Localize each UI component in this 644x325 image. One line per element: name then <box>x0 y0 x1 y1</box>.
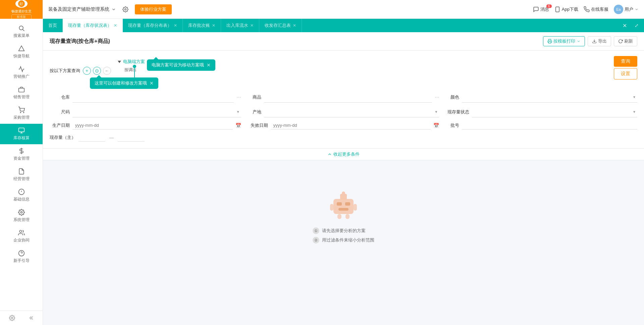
collapse-bar[interactable]: 收起更多条件 <box>43 149 644 160</box>
sidebar-logo: 好 畅捷通好生意 标准版 <box>0 0 43 19</box>
scheme-desktop-sub: 按调出 <box>118 66 145 74</box>
user-menu-btn[interactable]: Ea 用户 <box>614 5 639 14</box>
sidebar-item-guide[interactable]: 新手引导 <box>0 247 43 267</box>
settings-icon[interactable] <box>9 315 15 321</box>
prod-date-input[interactable] <box>72 121 233 129</box>
warehouse-label: 仓库 <box>50 94 70 100</box>
goods-input[interactable] <box>265 93 431 101</box>
tab-inventory-status[interactable]: 现存量（库存状况表） ✕ <box>63 19 123 32</box>
filter-row-2: 尺码 ▼ 产地 ▼ <box>50 107 637 117</box>
filter-section: 按以下方案查询 ＋ ⊙ ← 电脑端方案 按调出 <box>43 51 644 149</box>
collapse-sidebar-icon[interactable] <box>28 315 34 321</box>
sidebar-item-enterprise[interactable]: 企业协同 <box>0 226 43 247</box>
tab-batch-ledger[interactable]: 库存批次账 ✕ <box>183 19 221 32</box>
tab-home[interactable]: 首页 <box>43 19 63 32</box>
arrow-scheme-btn[interactable]: ← <box>103 67 111 75</box>
tab-inventory-distribution[interactable]: 现存量（库存分布表） ✕ <box>123 19 183 32</box>
tab-close-stock-flow[interactable]: ✕ <box>250 23 254 28</box>
prod-date-calendar-icon[interactable]: 📅 <box>235 123 241 128</box>
tab-close-batch-ledger[interactable]: ✕ <box>212 23 215 28</box>
svg-point-20 <box>125 8 126 10</box>
logo-text: 畅捷通好生意 标准版 <box>11 8 32 19</box>
scheme-popover: 电脑方案可设为移动方案哦 ✕ <box>147 59 215 71</box>
sidebar-bottom <box>0 311 43 325</box>
copy-scheme-btn[interactable]: ⊙ <box>93 67 101 75</box>
tab-close-all[interactable]: ✕ <box>620 21 629 30</box>
step-2-text: 用过滤条件来缩小分析范围 <box>322 237 374 243</box>
sidebar-item-search[interactable]: 搜索菜单 <box>0 21 43 42</box>
filter-stock-main: 现存量（主） — <box>50 133 241 142</box>
online-support-btn[interactable]: 在线客服 <box>584 6 608 12</box>
add-scheme-btn[interactable]: ＋ <box>83 67 91 75</box>
search-btn-area: 查询 设置 <box>614 56 637 79</box>
color-select[interactable] <box>463 93 636 101</box>
svg-line-3 <box>22 30 24 31</box>
stock-status-select[interactable] <box>473 108 636 116</box>
sidebar-item-marketing[interactable]: 营销推广 <box>0 62 43 83</box>
tab-fullscreen[interactable]: ⤢ <box>632 21 641 30</box>
sidebar-item-inventory[interactable]: 库存核算 <box>0 124 43 144</box>
logo-icon: 好 <box>15 0 28 8</box>
sidebar-item-sales[interactable]: 销售管理 <box>0 83 43 103</box>
tab-summary[interactable]: 收发存汇总表 ✕ <box>259 19 302 32</box>
scheme-desktop[interactable]: 电脑端方案 <box>118 57 145 66</box>
tab-close-inventory-distribution[interactable]: ✕ <box>174 23 177 28</box>
batch-input[interactable] <box>462 121 637 129</box>
app-download-btn[interactable]: App下载 <box>554 6 578 12</box>
sidebar-item-operations[interactable]: 经营管理 <box>0 165 43 185</box>
header-right: 6 消息 App下载 在线客服 Ea 用户 <box>533 5 639 14</box>
svg-point-7 <box>23 112 24 113</box>
stock-status-field-wrapper: ▼ <box>472 107 637 117</box>
svg-rect-26 <box>337 202 342 206</box>
notification-badge: 6 <box>546 4 552 8</box>
svg-rect-34 <box>345 214 350 219</box>
range-separator: — <box>108 135 115 140</box>
search-btn[interactable]: 查询 <box>614 56 637 67</box>
tab-close-summary[interactable]: ✕ <box>293 23 296 28</box>
template-dropdown-icon <box>577 39 581 43</box>
sidebar-item-purchase[interactable]: 采购管理 <box>0 103 43 124</box>
tabs-bar: 首页 现存量（库存状况表） ✕ 现存量（库存分布表） ✕ 库存批次账 ✕ 出入库… <box>43 19 644 32</box>
expiry-date-calendar-icon[interactable]: 📅 <box>433 123 439 128</box>
sidebar-item-system[interactable]: 系统管理 <box>0 206 43 226</box>
trial-btn[interactable]: 体验行业方案 <box>135 4 172 14</box>
system-selector[interactable]: 装备及固定资产辅助管理系统 <box>48 6 116 12</box>
filter-size: 尺码 ▼ <box>50 107 241 117</box>
svg-marker-4 <box>18 46 24 51</box>
origin-select[interactable] <box>265 108 438 116</box>
edit-popover-close[interactable]: ✕ <box>150 80 154 86</box>
tab-stock-flow[interactable]: 出入库流水 ✕ <box>221 19 259 32</box>
filter-expiry-date: 失效日期 📅 <box>248 121 439 129</box>
messages-btn[interactable]: 6 消息 <box>533 6 549 12</box>
batch-label: 批号 <box>446 122 459 128</box>
svg-rect-8 <box>18 128 24 132</box>
stock-status-label: 现存量状态 <box>446 109 469 115</box>
stock-main-input-from[interactable] <box>78 133 105 142</box>
expiry-date-input[interactable] <box>271 121 431 129</box>
sidebar-item-navigation[interactable]: 快捷导航 <box>0 42 43 62</box>
reset-btn[interactable]: 设置 <box>614 68 637 79</box>
edit-popover: 这里可以创建和修改方案哦 ✕ <box>90 77 158 89</box>
goods-dots[interactable]: ··· <box>435 94 439 100</box>
sidebar-item-basics[interactable]: 基础信息 <box>0 185 43 206</box>
sidebar-item-finance[interactable]: 资金管理 <box>0 144 43 165</box>
scheme-popover-close[interactable]: ✕ <box>207 62 211 68</box>
origin-field-wrapper: ▼ <box>264 107 439 117</box>
warehouse-input[interactable] <box>74 93 232 101</box>
system-dropdown-icon <box>111 7 116 12</box>
warehouse-dots[interactable]: ··· <box>236 94 241 100</box>
template-print-btn[interactable]: 按模板打印 <box>543 36 585 46</box>
dot-indicator <box>133 65 136 68</box>
settings-btn[interactable] <box>120 4 131 15</box>
stock-main-input-to[interactable] <box>118 133 145 142</box>
size-select[interactable] <box>74 108 240 116</box>
filter-warehouse: 仓库 ··· <box>50 92 241 103</box>
tab-close-inventory-status[interactable]: ✕ <box>114 23 117 28</box>
main-area: 装备及固定资产辅助管理系统 体验行业方案 6 消息 App下载 在线客服 <box>43 0 644 325</box>
size-field-wrapper: ▼ <box>72 107 241 117</box>
svg-point-2 <box>19 26 23 30</box>
tabs-controls: ✕ ⤢ <box>620 21 644 30</box>
collapse-icon <box>327 152 332 157</box>
export-btn[interactable]: 导出 <box>588 36 611 46</box>
refresh-btn[interactable]: 刷新 <box>614 36 637 46</box>
